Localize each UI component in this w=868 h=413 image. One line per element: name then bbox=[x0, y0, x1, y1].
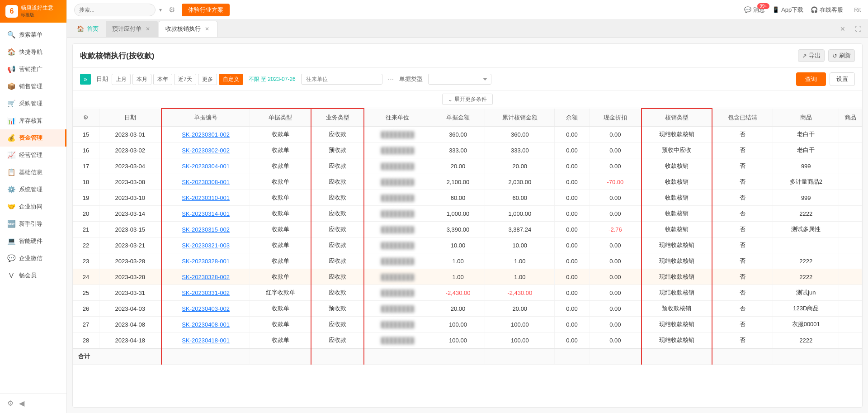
cell-include-settled: 否 bbox=[712, 158, 773, 174]
filter-settings-button[interactable]: 设置 bbox=[830, 72, 855, 86]
sidebar-item-purchase[interactable]: 🛒采购管理 bbox=[0, 95, 66, 112]
bill-no-link[interactable]: SK-20230302-002 bbox=[182, 147, 230, 154]
sidebar-item-operation[interactable]: 📈经营管理 bbox=[0, 147, 66, 164]
cell-bill-no: SK-20230403-002 bbox=[161, 301, 250, 317]
tab-prepay[interactable]: 预计应付单 ✕ bbox=[106, 21, 158, 37]
counterpart-input[interactable] bbox=[301, 74, 382, 85]
cell-goods: 老白干 bbox=[773, 142, 839, 158]
table-row: 25 2023-03-31 SK-20230331-002 红字收款单 应收款 … bbox=[73, 285, 862, 301]
sidebar-item-system[interactable]: ⚙️系统管理 bbox=[0, 181, 66, 198]
dropdown-arrow-icon[interactable]: ▾ bbox=[159, 7, 162, 13]
col-settings-icon[interactable]: ⚙ bbox=[73, 109, 99, 127]
col-include-settled-header: 包含已结清 bbox=[712, 109, 773, 127]
col-goods2-header: 商品 bbox=[839, 109, 862, 127]
date-this-year-btn[interactable]: 本年 bbox=[153, 74, 172, 85]
sidebar-item-member[interactable]: V畅会员 bbox=[0, 267, 66, 284]
cell-discount: 0.00 bbox=[589, 158, 642, 174]
more-filters-icon[interactable]: ··· bbox=[388, 75, 394, 83]
bill-no-link[interactable]: SK-20230403-002 bbox=[182, 305, 230, 312]
app-icon: 📱 bbox=[772, 6, 779, 13]
cell-goods2 bbox=[839, 269, 862, 285]
cell-no: 27 bbox=[73, 317, 99, 332]
bill-no-link[interactable]: SK-20230315-002 bbox=[182, 226, 230, 233]
bill-no-link[interactable]: SK-20230310-001 bbox=[182, 195, 230, 201]
cell-cancel-amount: 1,000.00 bbox=[485, 206, 555, 222]
date-last-month-btn[interactable]: 上月 bbox=[112, 74, 131, 85]
sidebar-item-hardware[interactable]: 💻智能硬件 bbox=[0, 233, 66, 250]
tab-cancel[interactable]: 收款核销执行 ✕ bbox=[159, 21, 217, 37]
table-row: 15 2023-03-01 SK-20230301-002 收款单 应收款 ██… bbox=[73, 127, 862, 142]
purchase-label: 采购管理 bbox=[19, 100, 42, 108]
finance-icon: 💰 bbox=[7, 134, 15, 142]
export-label: 导出 bbox=[809, 52, 821, 60]
bill-no-link[interactable]: SK-20230408-001 bbox=[182, 321, 230, 328]
cell-cancel-type: 现结收款核销 bbox=[642, 127, 712, 142]
export-button[interactable]: ↗ 导出 bbox=[798, 49, 825, 62]
cell-goods: 老白干 bbox=[773, 127, 839, 142]
bill-no-link[interactable]: SK-20230308-001 bbox=[182, 179, 230, 185]
tab-prepay-close-icon[interactable]: ✕ bbox=[144, 25, 151, 33]
search-input[interactable] bbox=[74, 4, 156, 16]
col-bill-amount-header: 单据金额 bbox=[431, 109, 485, 127]
sidebar-item-inventory[interactable]: 📊库存核算 bbox=[0, 112, 66, 129]
cell-counterpart: ████████ bbox=[364, 301, 431, 317]
data-table: ⚙ 日期 单据编号 单据类型 业务类型 往来单位 单据金额 累计核销金额 余额 … bbox=[73, 108, 862, 365]
bill-no-link[interactable]: SK-20230328-002 bbox=[182, 274, 230, 280]
collapse-icon[interactable]: ◀ bbox=[19, 399, 24, 408]
tab-cancel-close-icon[interactable]: ✕ bbox=[203, 25, 211, 33]
member-icon: V bbox=[7, 271, 15, 280]
solution-button[interactable]: 体验行业方案 bbox=[182, 4, 230, 16]
date-more-btn[interactable]: 更多 bbox=[198, 74, 217, 85]
cell-goods2 bbox=[839, 222, 862, 237]
date-7days-btn[interactable]: 近7天 bbox=[174, 74, 196, 85]
bill-no-link[interactable]: SK-20230321-003 bbox=[182, 242, 230, 249]
gear-icon[interactable]: ⚙ bbox=[165, 4, 178, 16]
refresh-button[interactable]: ↺ 刷新 bbox=[828, 49, 855, 62]
sidebar-item-finance[interactable]: 💰资金管理 bbox=[0, 129, 66, 147]
footer-goods bbox=[773, 348, 839, 365]
app-download-button[interactable]: 📱 App下载 bbox=[772, 6, 803, 14]
bill-no-link[interactable]: SK-20230314-001 bbox=[182, 210, 230, 217]
cell-bill-type: 收款单 bbox=[250, 206, 311, 222]
bill-no-link[interactable]: SK-20230301-002 bbox=[182, 131, 230, 138]
sidebar-item-wechat[interactable]: 💬企业微信 bbox=[0, 250, 66, 267]
cell-date: 2023-03-31 bbox=[99, 285, 161, 301]
message-button[interactable]: 💬 消息 99+ bbox=[744, 6, 765, 14]
footer-label: 合计 bbox=[73, 348, 161, 365]
tab-home[interactable]: 🏠 首页 bbox=[71, 21, 105, 37]
cell-include-settled: 否 bbox=[712, 190, 773, 206]
cell-goods2 bbox=[839, 253, 862, 269]
basic-icon: 📋 bbox=[7, 168, 15, 176]
sidebar-item-collab[interactable]: 🤝企业协同 bbox=[0, 198, 66, 215]
cell-no: 25 bbox=[73, 285, 99, 301]
sidebar-item-basic[interactable]: 📋基础信息 bbox=[0, 164, 66, 181]
footer-bill-amount bbox=[431, 348, 485, 365]
cell-date: 2023-03-10 bbox=[99, 190, 161, 206]
online-service-button[interactable]: 🎧 在线客服 bbox=[811, 6, 843, 14]
sidebar-item-quicknav[interactable]: 🏠快捷导航 bbox=[0, 43, 66, 61]
close-tab-icon[interactable]: ✕ bbox=[836, 23, 849, 35]
topbar-right: 💬 消息 99+ 📱 App下载 🎧 在线客服 Rit bbox=[744, 6, 861, 14]
sidebar-item-sales[interactable]: 📦销售管理 bbox=[0, 78, 66, 95]
bill-no-link[interactable]: SK-20230418-001 bbox=[182, 337, 230, 344]
filter-toggle-button[interactable]: » bbox=[80, 74, 91, 85]
sidebar-item-marketing[interactable]: 📢营销推广 bbox=[0, 61, 66, 78]
cell-biz-type: 应收款 bbox=[311, 269, 364, 285]
maximize-icon[interactable]: ⛶ bbox=[852, 23, 864, 35]
bill-no-link[interactable]: SK-20230328-001 bbox=[182, 258, 230, 265]
expand-more-button[interactable]: ⌄ 展开更多条件 bbox=[442, 94, 493, 105]
bill-type-select[interactable] bbox=[428, 74, 491, 85]
cell-include-settled: 否 bbox=[712, 253, 773, 269]
cell-cancel-amount: 100.00 bbox=[485, 332, 555, 349]
query-button[interactable]: 查询 bbox=[796, 72, 826, 86]
cell-goods: 2222 bbox=[773, 269, 839, 285]
sidebar-item-guide[interactable]: 🆕新手引导 bbox=[0, 215, 66, 233]
date-this-month-btn[interactable]: 本月 bbox=[132, 74, 151, 85]
cell-date: 2023-03-14 bbox=[99, 206, 161, 222]
settings-icon[interactable]: ⚙ bbox=[7, 399, 14, 408]
date-custom-btn[interactable]: 自定义 bbox=[219, 74, 243, 85]
sales-label: 销售管理 bbox=[19, 82, 42, 90]
sidebar-item-search[interactable]: 🔍搜索菜单 bbox=[0, 26, 66, 43]
bill-no-link[interactable]: SK-20230304-001 bbox=[182, 163, 230, 170]
bill-no-link[interactable]: SK-20230331-002 bbox=[182, 290, 230, 296]
